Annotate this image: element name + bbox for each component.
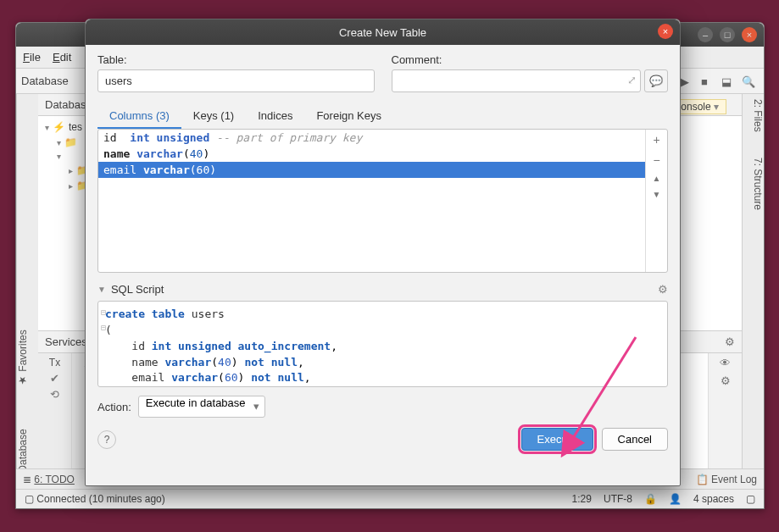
table-label: Table: — [97, 53, 375, 66]
minimize-button[interactable]: – — [698, 27, 713, 42]
status-position: 1:29 — [572, 493, 592, 505]
comment-input[interactable]: ⤢ — [392, 69, 642, 92]
statusbar: ▢ Connected (10 minutes ago) 1:29 UTF-8 … — [16, 489, 764, 508]
column-row[interactable]: id int unsigned -- part of primary key — [98, 130, 645, 146]
execute-button[interactable]: Execute — [521, 428, 593, 451]
create-table-dialog: Create New Table × Table: Comment: ⤢ 💬 C… — [85, 19, 681, 486]
gear-icon[interactable]: ⚙ — [721, 374, 731, 387]
toolbar-stop-icon[interactable]: ■ — [701, 75, 713, 87]
commit-icon[interactable]: ✔ — [50, 372, 59, 385]
left-rail-favorites[interactable]: ★ Favorites — [17, 330, 38, 387]
sql-script-header[interactable]: ▼ SQL Script ⚙ — [97, 283, 668, 296]
tab-columns[interactable]: Columns (3) — [97, 104, 181, 129]
right-rail: 2: Files 7: Structure — [742, 94, 764, 489]
sql-preview[interactable]: ⊟ ⊟ create table users ( id int unsigned… — [97, 301, 668, 387]
services-gear-icon[interactable]: ⚙ — [725, 335, 735, 348]
toolbar-search-icon[interactable]: 🔍 — [742, 75, 754, 87]
expand-icon[interactable]: ⤢ — [627, 74, 637, 86]
action-select[interactable]: Execute in database — [138, 396, 265, 418]
move-down-button[interactable]: ▼ — [653, 190, 661, 199]
maximize-button[interactable]: □ — [720, 27, 735, 42]
status-connected: Connected (10 minutes ago) — [36, 493, 164, 505]
remove-column-button[interactable]: − — [653, 153, 659, 167]
help-button[interactable]: ? — [97, 430, 116, 449]
tab-indices[interactable]: Indices — [246, 104, 304, 129]
services-label: Services — [45, 335, 87, 348]
rollback-icon[interactable]: ⟲ — [50, 388, 59, 401]
table-name-input[interactable] — [97, 69, 375, 92]
columns-list: id int unsigned -- part of primary key n… — [97, 129, 668, 273]
event-log[interactable]: 📋 Event Log — [696, 474, 757, 485]
cancel-button[interactable]: Cancel — [602, 428, 668, 451]
move-up-button[interactable]: ▲ — [653, 174, 661, 183]
dialog-titlebar: Create New Table × — [86, 19, 680, 45]
comment-edit-button[interactable]: 💬 — [644, 69, 668, 92]
tx-label: Tx — [49, 357, 60, 369]
breadcrumb[interactable]: Database — [21, 75, 69, 87]
dialog-title: Create New Table — [339, 26, 426, 39]
sql-settings-icon[interactable]: ⚙ — [658, 283, 668, 296]
dialog-tabs: Columns (3) Keys (1) Indices Foreign Key… — [97, 104, 668, 129]
left-rail: 1: Database ★ Favorites — [16, 94, 38, 489]
menu-edit[interactable]: EEditdit — [53, 51, 71, 64]
comment-label: Comment: — [392, 53, 669, 66]
action-row: Action: Execute in database — [97, 396, 668, 418]
column-row-selected[interactable]: email varchar(60) — [98, 162, 645, 178]
toolbar-run-icon[interactable]: ▶ — [681, 75, 693, 87]
toolbar-split-icon[interactable]: ⬓ — [721, 75, 733, 87]
right-rail-files[interactable]: 2: Files — [743, 99, 764, 132]
add-column-button[interactable]: + — [653, 133, 659, 147]
right-rail-structure[interactable]: 7: Structure — [743, 158, 764, 210]
tab-foreign-keys[interactable]: Foreign Keys — [304, 104, 393, 129]
columns-side-toolbar: + − ▲ ▼ — [645, 130, 667, 272]
close-window-button[interactable]: × — [742, 27, 757, 42]
tree-root[interactable]: tes — [69, 121, 82, 133]
dialog-close-button[interactable]: × — [658, 24, 673, 39]
column-row[interactable]: name varchar(40) — [98, 146, 645, 162]
status-indent[interactable]: 4 spaces — [693, 493, 734, 505]
status-encoding[interactable]: UTF-8 — [604, 493, 632, 505]
collapse-icon[interactable]: ▼ — [97, 285, 106, 294]
action-label: Action: — [97, 401, 131, 413]
menu-file[interactable]: FFileile — [23, 51, 41, 64]
eye-icon[interactable]: 👁 — [720, 357, 731, 369]
tab-todo[interactable]: ≣ 6: TODO — [23, 474, 75, 485]
tab-keys[interactable]: Keys (1) — [181, 104, 246, 129]
